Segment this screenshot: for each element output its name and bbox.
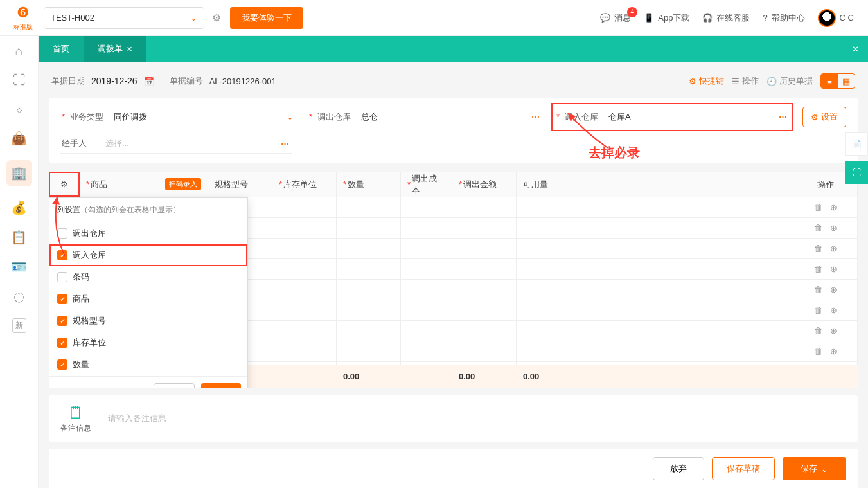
tenant-select[interactable]: TEST-H002 ⌄ — [44, 7, 204, 29]
operate-link[interactable]: ☰操作 — [732, 75, 759, 87]
help-center-link[interactable]: ? 帮助中心 — [763, 12, 804, 24]
delete-icon[interactable]: 🗑 — [814, 264, 822, 274]
table-header: ⚙ *商品 扫码录入 规格型号 *库存单位 *数量 *调出成本 *调出金额 可用… — [49, 172, 858, 197]
checkbox[interactable] — [57, 272, 67, 282]
column-option[interactable]: 条码 — [49, 266, 247, 288]
settings-button[interactable]: ⚙ 设置 — [802, 107, 846, 127]
close-all-tabs[interactable]: ✕ — [842, 36, 868, 62]
rail-expand-icon[interactable]: ⛶ — [845, 161, 868, 184]
gear-icon[interactable]: ⚙ — [212, 12, 221, 24]
add-row-icon[interactable]: ⊕ — [830, 285, 837, 294]
add-row-icon[interactable]: ⊕ — [830, 203, 837, 212]
in-wh-value: 仓库A — [608, 111, 774, 123]
remark-section: 🗒 备注信息 请输入备注信息 — [49, 395, 858, 442]
grid-view-icon[interactable]: ▦ — [838, 74, 855, 88]
user-name: C C — [840, 13, 854, 23]
view-toggle[interactable]: ≡ ▦ — [820, 73, 855, 89]
column-option[interactable]: ✓数量 — [49, 354, 247, 375]
doc-header-right: ⚙快捷键 ☰操作 🕘历史单据 ≡ ▦ — [689, 73, 855, 89]
delete-icon[interactable]: 🗑 — [814, 223, 822, 233]
save-draft-button[interactable]: 保存草稿 — [712, 457, 775, 480]
column-settings-button[interactable]: ⚙ — [49, 172, 80, 197]
checkbox[interactable]: ✓ — [57, 338, 67, 348]
delete-icon[interactable]: 🗑 — [814, 203, 822, 212]
calendar-icon[interactable]: 📅 — [144, 77, 154, 86]
nav-money-icon[interactable]: 💰 — [11, 200, 27, 215]
column-option[interactable]: ✓商品 — [49, 288, 247, 310]
nav-circle-icon[interactable]: ◌ — [13, 289, 24, 304]
nav-warehouse-icon[interactable]: 🏢 — [6, 160, 32, 186]
column-option-label: 条码 — [73, 271, 89, 283]
history-link[interactable]: 🕘历史单据 — [766, 75, 813, 87]
shortcut-link[interactable]: ⚙快捷键 — [689, 75, 724, 87]
out-wh-value: 总仓 — [361, 111, 526, 123]
column-option[interactable]: ✓规格型号 — [49, 310, 247, 332]
more-icon[interactable]: ⋯ — [779, 112, 788, 122]
more-icon[interactable]: ⋯ — [531, 112, 541, 122]
out-warehouse-field[interactable]: * 调出仓库 总仓 ⋯ — [308, 107, 542, 127]
add-row-icon[interactable]: ⊕ — [830, 264, 837, 274]
logo[interactable]: ❻ 标准版 — [8, 5, 39, 32]
biz-type-label: 业务类型 — [70, 111, 109, 123]
nav-gift-icon[interactable]: ⛶ — [13, 73, 26, 87]
rail-note-icon[interactable]: 📄 — [845, 132, 868, 156]
checkbox[interactable]: ✓ — [57, 294, 67, 304]
confirm-button[interactable]: 确定 — [201, 383, 241, 388]
tab-home[interactable]: 首页 — [39, 36, 84, 62]
nav-house-icon[interactable]: ⬦ — [15, 102, 23, 116]
add-row-icon[interactable]: ⊕ — [830, 244, 837, 253]
checkbox[interactable]: ✓ — [57, 359, 67, 370]
handler-field[interactable]: 经手人 选择... ⋯ — [60, 134, 292, 154]
column-option-label: 数量 — [73, 359, 89, 370]
user-menu[interactable]: C C — [818, 9, 854, 27]
delete-icon[interactable]: 🗑 — [814, 326, 822, 336]
main-area: 首页 调拨单 ✕ ✕ 单据日期 2019-12-26 📅 单据编号 AL-201… — [39, 36, 868, 488]
nav-home-icon[interactable]: ⌂ — [15, 44, 22, 59]
sum-amount: 0.00 — [452, 365, 517, 388]
required-mark: * — [309, 112, 312, 122]
column-option[interactable]: 调出仓库 — [49, 222, 247, 244]
logo-label: 标准版 — [13, 23, 33, 30]
delete-icon[interactable]: 🗑 — [814, 305, 822, 315]
add-row-icon[interactable]: ⊕ — [830, 326, 837, 336]
online-service-link[interactable]: 🎧 在线客服 — [702, 12, 750, 24]
column-option-label: 商品 — [73, 293, 89, 305]
nav-new-icon[interactable]: 新 — [12, 318, 26, 333]
delete-icon[interactable]: 🗑 — [814, 244, 822, 253]
discard-button[interactable]: 放弃 — [653, 457, 704, 480]
list-view-icon[interactable]: ≡ — [821, 74, 838, 88]
avatar — [818, 9, 836, 27]
biz-type-field[interactable]: * 业务类型 同价调拨 ⌄ — [60, 107, 295, 127]
in-warehouse-field[interactable]: * 调入仓库 仓库A ⋯ — [555, 107, 790, 127]
add-row-icon[interactable]: ⊕ — [830, 347, 837, 356]
gear-icon: ⚙ — [811, 113, 819, 122]
close-icon[interactable]: ✕ — [127, 45, 132, 53]
gear-icon: ⚙ — [60, 179, 68, 189]
messages-link[interactable]: 💬 消息 4 — [600, 12, 631, 24]
column-option-label: 库存单位 — [73, 337, 106, 348]
cancel-button[interactable]: 取消 — [154, 383, 195, 388]
nav-bag-icon[interactable]: 👜 — [11, 131, 27, 146]
cta-button[interactable]: 我要体验一下 — [230, 7, 303, 29]
column-option[interactable]: ✓调入仓库 — [49, 244, 247, 266]
checkbox[interactable]: ✓ — [57, 316, 67, 326]
save-button[interactable]: 保存 ⌄ — [783, 457, 846, 480]
column-list[interactable]: 调出仓库✓调入仓库条码✓商品✓规格型号✓库存单位✓数量单位2 — [49, 222, 247, 376]
nav-id-icon[interactable]: 🪪 — [11, 259, 27, 275]
more-icon[interactable]: ⋯ — [281, 139, 290, 149]
tab-transfer-order[interactable]: 调拨单 ✕ — [84, 36, 146, 62]
logo-icon: ❻ — [8, 5, 39, 21]
column-option[interactable]: ✓库存单位 — [49, 332, 247, 354]
checkbox[interactable]: ✓ — [57, 250, 67, 260]
app-download-link[interactable]: 📱 App下载 — [644, 12, 689, 24]
remark-input[interactable]: 请输入备注信息 — [103, 408, 846, 429]
nav-clipboard-icon[interactable]: 📋 — [11, 230, 27, 245]
delete-icon[interactable]: 🗑 — [814, 285, 822, 294]
date-value[interactable]: 2019-12-26 — [91, 76, 137, 86]
checkbox[interactable] — [57, 228, 67, 239]
add-row-icon[interactable]: ⊕ — [830, 305, 837, 315]
right-rail: 📄 ⛶ — [845, 132, 868, 184]
scan-input-button[interactable]: 扫码录入 — [165, 178, 201, 190]
delete-icon[interactable]: 🗑 — [814, 347, 822, 356]
add-row-icon[interactable]: ⊕ — [830, 223, 837, 233]
